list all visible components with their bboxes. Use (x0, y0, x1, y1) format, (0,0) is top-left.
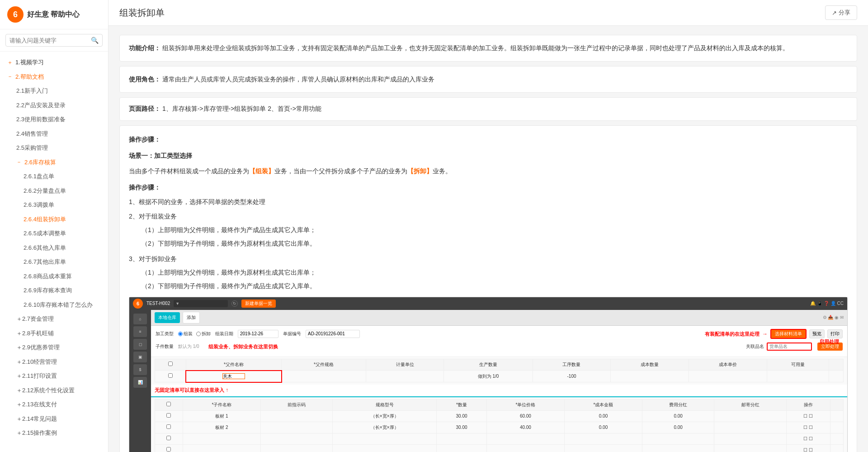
nav-item-2-6-7[interactable]: 2.6.7其他出库单 (0, 255, 108, 269)
ann4-arrow: ↑ (226, 387, 228, 393)
nav-item-2-6-4[interactable]: 2.6.4组装拆卸单 (0, 212, 108, 227)
nav-item-2-1[interactable]: 2.1新手入门 (0, 84, 108, 98)
mock-form-row1: 加工类型 组装 拆卸 (156, 328, 843, 339)
nav-item-2-6-5[interactable]: 2.6.5成本调整单 (0, 226, 108, 241)
mock-radio-zz-input[interactable] (178, 332, 183, 336)
crow2-feedist: 0.00 (642, 422, 714, 433)
mock-date-input[interactable] (238, 330, 278, 338)
ann1-label: 有装配清单的在这里处理 (705, 329, 760, 339)
nav-item-2-7[interactable]: ＋ 2.7资金管理 (0, 312, 108, 326)
search-box[interactable]: 🔍 (5, 34, 103, 47)
mock-parent-table: *父件名称 *父件规格 计量单位 生产数量 工序数量 成本数量 成本单价 可用量 (155, 359, 844, 383)
search-input[interactable] (9, 37, 91, 44)
nav-item-2-6-1[interactable]: 2.6.1盘点单 (0, 169, 108, 184)
search-icon[interactable]: 🔍 (91, 37, 99, 44)
nav-item-2-11[interactable]: ＋ 2.11打印设置 (0, 369, 108, 383)
nav-item-2-6-3[interactable]: 2.6.3调拨单 (0, 198, 108, 212)
nav-item-2-6-6[interactable]: 2.6.6其他入库单 (0, 241, 108, 255)
crow1-spec: （长×宽×厚） (333, 410, 437, 422)
mock-radio-zz[interactable]: 组装 (178, 329, 193, 338)
expand-icon-2-12: ＋ (16, 386, 22, 395)
mock-radio-cc-input[interactable] (196, 332, 201, 336)
crow1-checkbox[interactable] (166, 413, 171, 418)
mock-order-input[interactable] (306, 330, 360, 338)
nav-item-2-3[interactable]: 2.3使用前数据准备 (0, 112, 108, 127)
share-button[interactable]: ↗ 分享 (825, 5, 857, 20)
mock-tab-active[interactable]: 本地仓库 (155, 312, 180, 323)
crow2-checkbox[interactable] (166, 424, 171, 429)
mock-tab-add[interactable]: 添加 (183, 312, 200, 324)
step3-2: （2）下部明细为子件明细，最终作为产成品生成其它入库单。 (129, 280, 848, 292)
nav-item-2-6-8[interactable]: 2.6.8商品成本重算 (0, 269, 108, 284)
nav-item-2[interactable]: － 2.帮助文档 (0, 70, 108, 84)
nav-item-2-6-9[interactable]: 2.6.9库存账本查询 (0, 283, 108, 298)
mock-sub-qty-label: 子件数量 (156, 342, 174, 351)
mock-tab-actions: ⚙ 📥 ◉ ✉ (823, 313, 844, 322)
share-icon: ↗ (832, 10, 837, 16)
nav-item-2-4[interactable]: 2.4销售管理 (0, 127, 108, 141)
nav-item-2-6-2[interactable]: 2.6.2分量盘点单 (0, 184, 108, 198)
nav-item-2-14[interactable]: ＋ 2.14常见问题 (0, 412, 108, 426)
mock-select-bom-btn[interactable]: 选择材料清单 (770, 329, 807, 339)
sidebar: 6 好生意 帮助中心 🔍 ＋ 1.视频学习 － 2.帮助文档 2.1新手入门 2… (0, 0, 108, 452)
ops-section: 操作步骤： 场景一：加工类型选择 当由多个子件材料组装成一个成品的业务为【组装】… (119, 125, 857, 452)
intro-label: 功能介绍： (129, 44, 160, 52)
nav-label-2-5: 2.5采购管理 (16, 143, 48, 152)
th-cost-qty: 成本数量 (611, 359, 689, 371)
nav-item-2-2[interactable]: 2.2产品安装及登录 (0, 98, 108, 113)
logo-area: 6 好生意 帮助中心 (0, 0, 108, 29)
mock-parent-table-area: *父件名称 *父件规格 计量单位 生产数量 工序数量 成本数量 成本单价 可用量 (151, 357, 847, 385)
nav-label-2-13: 2.13在线支付 (22, 400, 57, 409)
nav-item-2-8[interactable]: ＋ 2.8手机旺铺 (0, 326, 108, 341)
mock-logo: 6 (133, 299, 143, 309)
nav-label-2-6-5: 2.6.5成本调整单 (24, 229, 66, 238)
mock-url-bar: ▼ (174, 300, 228, 307)
td-prod-qty: 做到为 1/0 (444, 371, 533, 382)
role-section: 使用角色： 通常由生产人员或库管人员完成拆装业务的操作，库管人员确认原材料的出库… (119, 66, 857, 93)
ops-title: 操作步骤： (129, 133, 848, 146)
nav-label-2-11: 2.11打印设置 (22, 371, 57, 381)
nav-item-2-15[interactable]: ＋ 2.15操作案例 (0, 426, 108, 440)
mock-sku-input[interactable] (767, 343, 812, 351)
nav-label-2-6-1: 2.6.1盘点单 (24, 172, 54, 181)
th-parent-name: *父件名称 (186, 359, 281, 371)
nav-label-2-6-6: 2.6.6其他入库单 (24, 243, 66, 252)
cth-unit-price: *单位价格 (486, 399, 564, 410)
crow3-checkbox[interactable] (166, 436, 171, 440)
cth-checkbox-input[interactable] (166, 402, 171, 406)
mock-nav-finance: $ (133, 364, 147, 375)
parent-name-input[interactable] (222, 373, 245, 379)
nav-label-2-12: 2.12系统个性化设置 (22, 386, 75, 395)
nav-item-2-13[interactable]: ＋ 2.13在线支付 (0, 397, 108, 412)
mock-type-radio[interactable]: 组装 拆卸 (178, 329, 211, 338)
nav-item-2-6[interactable]: － 2.6库存核算 (0, 155, 108, 170)
nav-label-2-9: 2.9优惠券管理 (22, 343, 60, 352)
nav-item-2-12[interactable]: ＋ 2.12系统个性化设置 (0, 383, 108, 398)
nav-item-2-9[interactable]: ＋ 2.9优惠券管理 (0, 340, 108, 355)
intro-section: 功能介绍： 组装拆卸单用来处理企业组装或拆卸等加工业务，支持有固定装配清单的产品… (119, 35, 857, 62)
mock-form-area: 加工类型 组装 拆卸 (151, 326, 847, 357)
path-label: 页面路径： (129, 105, 160, 112)
crow4-checkbox[interactable] (166, 447, 171, 452)
nav-item-2-10[interactable]: ＋ 2.10经营管理 (0, 355, 108, 369)
th-checkbox-input[interactable] (168, 362, 173, 366)
nav-item-1[interactable]: ＋ 1.视频学习 (0, 55, 108, 70)
mock-nav-report: 📊 (133, 377, 147, 388)
nav-label-2-15: 2.15操作案例 (22, 428, 57, 438)
mock-new-btn[interactable]: 新建单据一览 (241, 300, 276, 308)
mock-child-table-area: *子件名称 前指示码 规格型号 *数量 *单位价格 *成本金额 费用分红 邮寄分… (151, 396, 847, 452)
steps-label: 操作步骤： (129, 181, 848, 194)
crow1-maildist (714, 410, 786, 422)
mock-ann2-area: 组装业务、拆卸业务在这里切换 (208, 342, 278, 352)
expand-icon-2-15: ＋ (16, 428, 22, 438)
mock-nav-home: ⌂ (133, 314, 147, 324)
td-parent-name (186, 371, 281, 382)
mock-radio-cc[interactable]: 拆卸 (196, 329, 211, 338)
share-label: 分享 (839, 9, 850, 17)
nav-label-2-6: 2.6库存核算 (24, 158, 56, 167)
nav-item-2-6-10[interactable]: 2.6.10库存账本错了怎么办 (0, 298, 108, 312)
intro-text: 组装拆卸单用来处理企业组装或拆卸等加工业务，支持有固定装配清单的产品加工业务，也… (162, 44, 789, 52)
nav-item-2-5[interactable]: 2.5采购管理 (0, 141, 108, 155)
row-checkbox[interactable] (168, 373, 173, 378)
role-text: 通常由生产人员或库管人员完成拆装业务的操作，库管人员确认原材料的出库和产成品的入… (162, 76, 434, 83)
